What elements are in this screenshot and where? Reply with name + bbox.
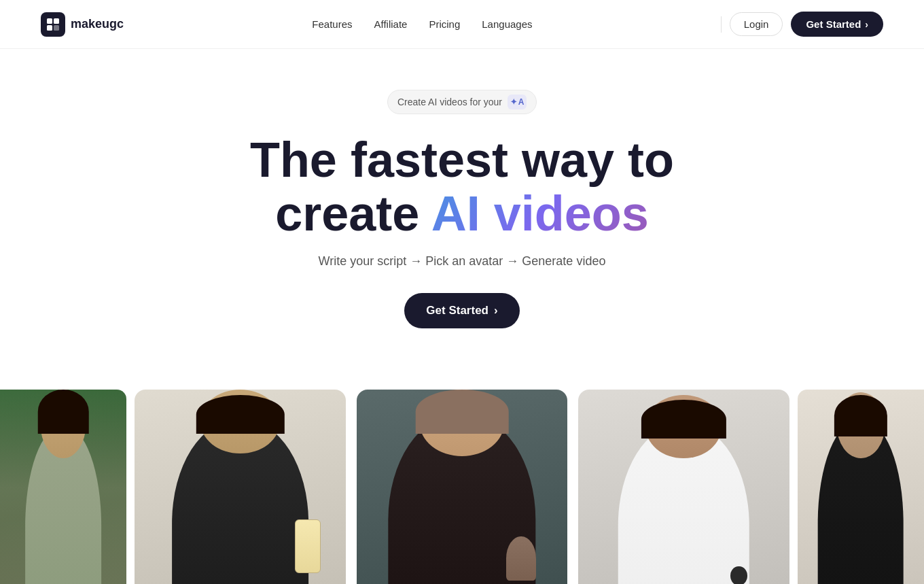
product-4 (730, 566, 747, 584)
nav-actions: Login Get Started › (721, 12, 883, 37)
nav-divider (721, 16, 722, 33)
hero-title-gradient: AI videos (431, 186, 649, 241)
product-3 (506, 536, 535, 581)
hair-4 (641, 400, 726, 439)
hero-cta-arrow-icon: › (494, 304, 498, 317)
navbar: makeugc Features Affiliate Pricing Langu… (0, 0, 924, 49)
hero-title-line1: The fastest way to (250, 133, 674, 187)
hero-badge-icon: ✦ A (508, 95, 527, 109)
product-2 (295, 519, 320, 573)
logo[interactable]: makeugc (41, 12, 124, 37)
svg-rect-2 (47, 25, 52, 31)
hero-title-line2-plain: create (275, 186, 431, 241)
gallery (0, 390, 924, 584)
hair-3 (416, 390, 509, 434)
nav-pricing[interactable]: Pricing (429, 18, 460, 30)
get-started-hero-button[interactable]: Get Started › (404, 293, 519, 328)
svg-rect-3 (54, 25, 59, 31)
gallery-panel-3 (357, 390, 567, 584)
hero-section: Create AI videos for your ✦ A The fastes… (0, 49, 924, 390)
logo-icon (41, 12, 65, 37)
nav-cta-arrow-icon: › (865, 19, 868, 30)
nav-features[interactable]: Features (312, 18, 352, 30)
hair-2 (196, 395, 284, 434)
nav-affiliate[interactable]: Affiliate (374, 18, 407, 30)
hero-title: The fastest way to create AI videos (14, 133, 910, 241)
get-started-nav-button[interactable]: Get Started › (791, 12, 883, 37)
hair-1 (38, 390, 89, 434)
svg-rect-1 (54, 18, 59, 24)
nav-menu: Features Affiliate Pricing Languages (312, 18, 532, 31)
logo-text: makeugc (71, 17, 124, 31)
hair-5 (834, 395, 887, 436)
login-button[interactable]: Login (730, 12, 783, 36)
gallery-panel-2 (135, 390, 345, 584)
gallery-panel-1 (0, 390, 126, 584)
svg-rect-0 (47, 18, 52, 24)
nav-languages[interactable]: Languages (482, 18, 532, 30)
hero-badge: Create AI videos for your ✦ A (387, 90, 537, 114)
hero-subtitle: Write your script → Pick an avatar → Gen… (14, 254, 910, 269)
gallery-panel-4 (578, 390, 789, 584)
hero-badge-text: Create AI videos for your (397, 97, 502, 107)
hero-cta-label: Get Started (426, 304, 488, 317)
gallery-panel-5 (798, 390, 924, 584)
